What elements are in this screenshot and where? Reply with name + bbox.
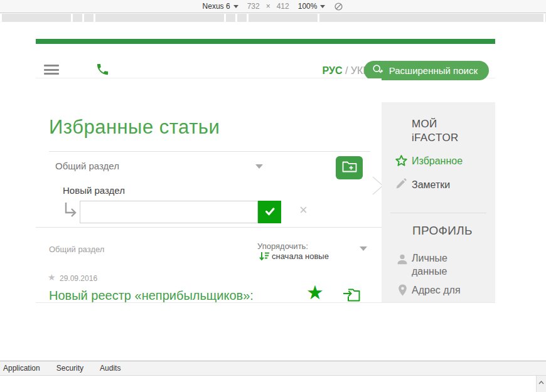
elements-panel-line: жения в бюджетом и донорскими Распростра… bbox=[0, 385, 536, 392]
unfavorite-star-button[interactable]: ★ bbox=[306, 283, 324, 302]
new-folder-label: Новый раздел bbox=[63, 185, 125, 196]
move-to-folder-icon[interactable] bbox=[342, 287, 361, 302]
main-column: Избранные статьи Общий раздел Новый разд… bbox=[36, 78, 382, 302]
search-plus-icon bbox=[372, 63, 384, 78]
chevron-down-icon[interactable] bbox=[360, 246, 367, 251]
divider bbox=[36, 227, 382, 228]
device-name: Nexus 6 bbox=[203, 2, 230, 11]
menu-icon[interactable] bbox=[44, 65, 59, 75]
enter-arrow-icon bbox=[63, 201, 78, 220]
tab-application[interactable]: Application bbox=[0, 364, 48, 373]
sidebar-title: МОЙ iFACTOR bbox=[412, 117, 459, 145]
times-icon: × bbox=[266, 2, 270, 11]
tab-security[interactable]: Security bbox=[48, 364, 92, 373]
sidebar-item-label: Заметки bbox=[412, 179, 450, 191]
folder-select[interactable]: Общий раздел bbox=[55, 161, 119, 171]
lang-rus[interactable]: РУС bbox=[323, 65, 343, 76]
sidebar-item-favorites[interactable]: Избранное bbox=[382, 152, 495, 171]
divider bbox=[49, 151, 370, 152]
sidebar-profile-title: ПРОФИЛЬ bbox=[412, 224, 473, 238]
person-icon bbox=[395, 253, 409, 269]
sidebar-item-label: Избранное bbox=[412, 156, 463, 167]
sidebar-item-label: Личные данные bbox=[412, 252, 464, 278]
article-date: 29.09.2016 bbox=[60, 274, 97, 283]
devtools-tab-bar: Application Security Audits bbox=[0, 361, 546, 376]
article-title-link[interactable]: Новый реестр «неприбыльщиков»: bbox=[49, 289, 254, 302]
device-toolbar: Nexus 6 732 × 412 100% bbox=[0, 0, 546, 13]
zoom-selector[interactable]: 100% bbox=[298, 2, 326, 11]
sort-icon bbox=[259, 251, 270, 264]
sidebar: МОЙ iFACTOR Избранное Замет bbox=[382, 102, 495, 302]
chevron-down-icon[interactable] bbox=[255, 164, 263, 169]
confirm-button[interactable] bbox=[258, 201, 281, 223]
sort-select[interactable]: сначала новые bbox=[272, 252, 329, 261]
new-folder-input[interactable] bbox=[80, 201, 258, 223]
lang-separator: / bbox=[345, 65, 348, 76]
zoom-value: 100% bbox=[298, 2, 318, 11]
chevron-down-icon bbox=[233, 5, 238, 8]
star-outline-icon bbox=[394, 154, 409, 171]
device-selector[interactable]: Nexus 6 bbox=[203, 2, 238, 11]
pencil-icon bbox=[394, 177, 407, 193]
scrollbar-up-button[interactable] bbox=[536, 376, 546, 392]
cancel-icon[interactable]: × bbox=[299, 203, 308, 217]
divider bbox=[390, 213, 486, 213]
site-top-accent-bar bbox=[36, 39, 495, 44]
chevron-down-icon bbox=[320, 5, 325, 8]
section-label: Общий раздел bbox=[49, 245, 104, 254]
viewport-size: 732 × 412 bbox=[247, 2, 289, 11]
favorite-star-icon: ★ bbox=[48, 272, 56, 282]
page-title: Избранные статьи bbox=[49, 116, 220, 139]
rotate-device-icon[interactable] bbox=[334, 2, 343, 11]
tab-audits[interactable]: Audits bbox=[92, 364, 129, 373]
sort-label: Упорядочить: bbox=[257, 241, 308, 251]
folder-plus-icon bbox=[341, 160, 358, 176]
language-switcher: РУС / УКР bbox=[323, 65, 370, 77]
site-header: РУС / УКР Расширенный поиск bbox=[36, 44, 495, 78]
viewport-height-field[interactable]: 412 bbox=[277, 2, 289, 11]
phone-icon[interactable] bbox=[95, 62, 110, 79]
advanced-search-button[interactable]: Расширенный поиск bbox=[364, 61, 489, 80]
advanced-search-label: Расширенный поиск bbox=[389, 65, 478, 76]
sidebar-item-notes[interactable]: Заметки bbox=[382, 176, 495, 195]
sidebar-item-label: Адрес для bbox=[412, 285, 461, 296]
media-query-bar[interactable] bbox=[0, 14, 546, 22]
viewport-width-field[interactable]: 732 bbox=[247, 2, 260, 11]
location-pin-icon bbox=[397, 283, 409, 300]
checkmark-icon bbox=[263, 204, 277, 220]
devtools-bottom-panel: Application Security Audits жения в бюдж… bbox=[0, 361, 546, 392]
device-viewport: РУС / УКР Расширенный поиск Избранные ст… bbox=[36, 39, 495, 302]
add-folder-button[interactable] bbox=[336, 156, 363, 179]
